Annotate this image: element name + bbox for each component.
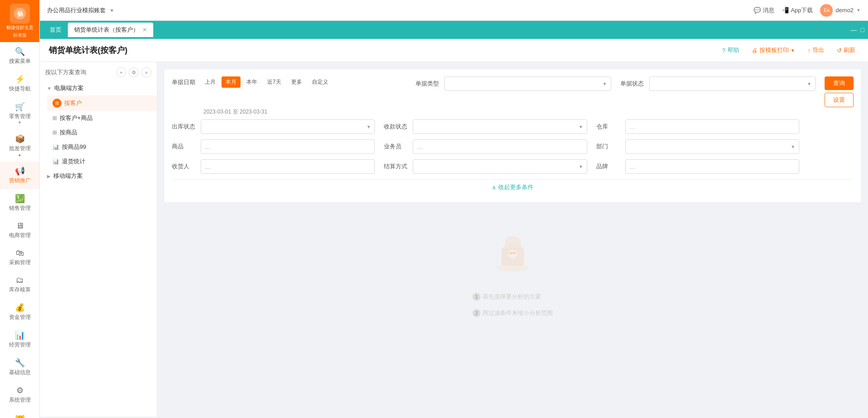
date-tab-custom[interactable]: 自定义 xyxy=(308,76,332,88)
date-tab-last-7[interactable]: 近7天 xyxy=(263,76,285,88)
sidebar-item-operations-label: 经营管理 xyxy=(9,341,31,349)
sidebar-item-finance[interactable]: 💰 资金管理 xyxy=(0,298,39,326)
settlement-arrow-icon: ▼ xyxy=(579,164,583,169)
brand-cell: 品牌 … xyxy=(596,159,799,174)
breadcrumb-text: 办公用品行业模拟账套 xyxy=(47,6,106,14)
help-btn[interactable]: ? 帮助 xyxy=(718,44,742,56)
brand-control[interactable]: … xyxy=(625,159,799,174)
tree-child-by-customer-product[interactable]: ⊞ 按客户+商品 xyxy=(47,111,157,125)
sidebar-item-retail[interactable]: 🛒 零售管理 ▼ xyxy=(0,97,39,129)
recipient-control[interactable]: … xyxy=(201,159,375,174)
sidebar-item-shortcut[interactable]: ⚡ 快捷导航 xyxy=(0,70,39,97)
settings-scheme-btn[interactable]: ⚙ xyxy=(129,67,139,77)
doc-status-control[interactable]: ▼ xyxy=(649,76,816,91)
grid-icon-1: ⊞ xyxy=(52,115,57,121)
add-scheme-btn[interactable]: + xyxy=(116,67,126,77)
payment-status-cell: 收款状态 ▼ xyxy=(384,119,587,134)
system-icon: ⚙ xyxy=(16,385,24,395)
settlement-cell: 结算方式 ▼ xyxy=(384,159,587,174)
user-menu[interactable]: Ea demo2 ▼ xyxy=(820,4,861,17)
date-tab-last-month[interactable]: 上月 xyxy=(201,76,220,88)
sidebar-item-marketing-label: 营销推广 xyxy=(9,177,31,185)
date-tab-more[interactable]: 更多 xyxy=(287,76,306,88)
sidebar-item-system[interactable]: ⚙ 系统管理 xyxy=(0,381,39,408)
breadcrumb-dropdown-icon[interactable]: ▼ xyxy=(109,8,114,13)
tree-mobile-label[interactable]: ▶ 移动端方案 xyxy=(40,169,157,183)
filter-row-3: 商品 … 业务员 … xyxy=(172,139,799,154)
ecommerce-icon: 🖥 xyxy=(16,221,24,231)
tree-desktop-label[interactable]: ▼ 电脑端方案 xyxy=(40,81,157,95)
collapse-panel-btn[interactable]: « xyxy=(142,67,151,77)
filter-row-2: 出库状态 ▼ 收款状态 ▼ xyxy=(172,119,799,134)
chart-icon-2: 📊 xyxy=(52,158,59,165)
collapse-bar[interactable]: ∧ 收起更多条件 xyxy=(172,179,854,195)
tab-home[interactable]: 首页 xyxy=(43,23,68,37)
sidebar-item-enterprise[interactable]: 🤝 企业协同 xyxy=(0,408,39,418)
sidebar-nav: 🔍 搜索菜单 ⚡ 快捷导航 🛒 零售管理 ▼ 📦 批发管理 ▲ 📢 营销推广 💹… xyxy=(0,42,39,418)
tree-child-return-stats-text: 退货统计 xyxy=(62,157,85,166)
tree-child-by-product-99[interactable]: 📊 按商品99 xyxy=(47,140,157,154)
date-range-text: 2023-03-01 至 2023-03-31 xyxy=(203,109,267,115)
tree-child-return-stats[interactable]: 📊 退货统计 xyxy=(47,154,157,169)
date-tab-this-year[interactable]: 本年 xyxy=(242,76,261,88)
tree-mobile-text: 移动端方案 xyxy=(53,172,83,180)
out-status-arrow-icon: ▼ xyxy=(366,124,371,129)
tab-maximize-btn[interactable]: □ xyxy=(861,26,864,33)
settlement-control[interactable]: ▼ xyxy=(413,159,587,174)
export-btn[interactable]: ↑ 导出 xyxy=(804,44,828,56)
filter-row-1: 单据日期 上月 本月 本年 近7天 更多 自定义 xyxy=(172,76,854,107)
tree-child-by-customer[interactable]: 按 按客户 xyxy=(47,95,157,111)
export-icon: ↑ xyxy=(808,47,811,54)
template-print-btn[interactable]: 🖨 按模板打印 ▼ xyxy=(748,44,799,56)
sidebar-item-ecommerce-label: 电商管理 xyxy=(9,232,31,239)
tab-close-icon[interactable]: ✕ xyxy=(142,27,147,33)
sidebar: 畅 畅捷信好生意 标准版 🔍 搜索菜单 ⚡ 快捷导航 🛒 零售管理 ▼ 📦 批发… xyxy=(0,0,40,418)
app-download-btn[interactable]: 📲 App下载 xyxy=(782,6,813,14)
user-dropdown-icon: ▼ xyxy=(856,8,861,13)
print-dropdown-icon[interactable]: ▼ xyxy=(791,48,795,53)
product-control[interactable]: … xyxy=(201,139,375,154)
sidebar-item-sales[interactable]: 💹 销售管理 xyxy=(0,189,39,217)
sidebar-item-purchase[interactable]: 🛍 采购管理 xyxy=(0,244,39,271)
doc-type-filter-cell: 单据类型 ▼ xyxy=(415,76,611,91)
sidebar-item-ecommerce[interactable]: 🖥 电商管理 xyxy=(0,217,39,244)
date-tab-this-month[interactable]: 本月 xyxy=(222,76,241,88)
message-btn[interactable]: 💬 消息 xyxy=(754,6,774,14)
settings-btn[interactable]: 设置 xyxy=(825,93,854,107)
date-filter-label: 单据日期 xyxy=(172,78,197,86)
empty-hint-1-text: 请先选择要分析的方案 xyxy=(482,293,541,301)
inner-page: 销货单统计表(按客户) ? 帮助 🖨 按模板打印 ▼ ↑ 导出 xyxy=(40,39,868,418)
recipient-placeholder: … xyxy=(205,163,212,170)
refresh-btn[interactable]: ↺ 刷新 xyxy=(833,44,859,56)
svg-point-6 xyxy=(509,252,511,254)
download-icon: 📲 xyxy=(782,7,789,14)
sidebar-item-inventory[interactable]: 🗂 库存核算 xyxy=(0,271,39,298)
user-name: demo2 xyxy=(835,7,854,14)
query-btn[interactable]: 查询 xyxy=(825,76,854,90)
sidebar-item-search[interactable]: 🔍 搜索菜单 xyxy=(0,42,39,70)
help-icon: ? xyxy=(722,47,725,54)
tree-child-by-product[interactable]: ⊞ 按商品 xyxy=(47,125,157,140)
tab-minimize-btn[interactable]: — xyxy=(851,26,857,33)
tree-desktop-children: 按 按客户 ⊞ 按客户+商品 ⊞ 按商品 xyxy=(40,95,157,169)
sidebar-item-retail-label: 零售管理 xyxy=(9,113,31,120)
payment-status-control[interactable]: ▼ xyxy=(413,119,587,134)
sidebar-item-operations[interactable]: 📊 经营管理 xyxy=(0,326,39,353)
sidebar-item-marketing[interactable]: 📢 营销推广 xyxy=(0,162,39,189)
sidebar-item-inventory-label: 库存核算 xyxy=(9,286,31,294)
salesperson-control[interactable]: … xyxy=(413,139,587,154)
doc-type-label: 单据类型 xyxy=(415,80,441,88)
refresh-label: 刷新 xyxy=(844,46,855,54)
tab-sales-stats[interactable]: 销货单统计表（按客户） ✕ xyxy=(68,23,153,37)
sidebar-item-basic[interactable]: 🔧 基础信息 xyxy=(0,353,39,381)
empty-hint-2-text: 用过滤条件来缩小分析范围 xyxy=(482,309,553,317)
warehouse-control[interactable]: … xyxy=(625,119,799,134)
date-filter-cell: 单据日期 上月 本月 本年 近7天 更多 自定义 xyxy=(172,76,406,88)
sidebar-item-wholesale[interactable]: 📦 批发管理 ▲ xyxy=(0,129,39,162)
department-arrow-icon: ▼ xyxy=(791,144,795,149)
department-control[interactable]: ▼ xyxy=(625,139,799,154)
out-status-control[interactable]: ▼ xyxy=(201,119,375,134)
doc-type-control[interactable]: ▼ xyxy=(444,76,611,91)
left-panel: 按以下方案查询 + ⚙ « ▼ 电脑端方案 xyxy=(40,62,157,417)
warehouse-cell: 仓库 … xyxy=(596,119,799,134)
